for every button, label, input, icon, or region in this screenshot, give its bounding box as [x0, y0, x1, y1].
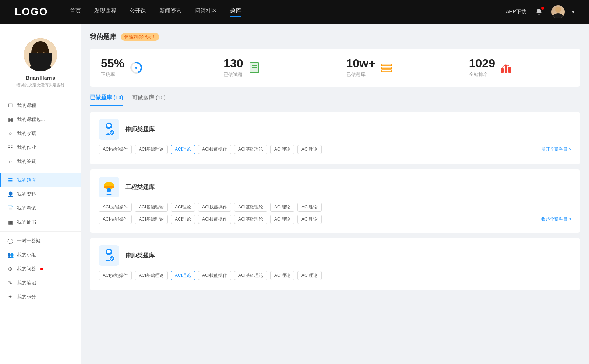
stat-ranking-text: 1029 全站排名: [469, 57, 495, 78]
tag-3-4[interactable]: ACI基础理论: [234, 271, 267, 280]
navbar: LOGO 首页 发现课程 公开课 新闻资讯 问答社区 题库 ··· APP下载 …: [0, 0, 589, 24]
1on1-icon: ◯: [7, 238, 13, 244]
tag-3-6[interactable]: ACI理论: [297, 271, 322, 280]
svg-rect-30: [104, 186, 114, 188]
active-indicator: [0, 173, 1, 187]
svg-point-6: [31, 46, 37, 60]
stat-ranking-value: 1029: [469, 57, 495, 69]
notification-bell[interactable]: [534, 7, 544, 17]
svg-point-4: [29, 61, 52, 71]
tag-2-5[interactable]: ACI理论: [270, 203, 294, 212]
sidebar-item-notes[interactable]: ✎ 我的笔记: [0, 276, 81, 290]
tag-1-3[interactable]: ACI技能操作: [198, 145, 231, 154]
tags-row-2b: ACI技能操作 ACI基础理论 ACI理论 ACI技能操作 ACI基础理论 AC…: [99, 215, 571, 224]
tag-1-5[interactable]: ACI理论: [270, 145, 294, 154]
svg-point-27: [107, 124, 111, 127]
tag-1-2[interactable]: ACI理论: [171, 145, 195, 154]
tag-2-3[interactable]: ACI技能操作: [198, 203, 231, 212]
tag-3-1[interactable]: ACI基础理论: [135, 271, 168, 280]
page-header: 我的题库 体验剩余23天！: [90, 32, 580, 41]
tag-2-6[interactable]: ACI理论: [297, 203, 322, 212]
app-download[interactable]: APP下载: [506, 8, 526, 15]
tag-2-2[interactable]: ACI理论: [171, 203, 195, 212]
points-icon: ✦: [7, 294, 13, 300]
sidebar-item-group[interactable]: 👥 我的小组: [0, 248, 81, 262]
exam-icon: 📄: [7, 205, 13, 211]
tab-done[interactable]: 已做题库 (10): [90, 94, 123, 106]
stat-ranking-label: 全站排名: [469, 71, 495, 78]
tag-1-1[interactable]: ACI基础理论: [135, 145, 168, 154]
tag-3-2[interactable]: ACI理论: [171, 271, 195, 280]
sidebar-divider-3: [0, 231, 81, 232]
qbank-title-1: 律师类题库: [125, 126, 155, 133]
tag-2b-1[interactable]: ACI基础理论: [135, 215, 168, 224]
nav-qa[interactable]: 问答社区: [195, 7, 217, 17]
page-title: 我的题库: [90, 32, 116, 41]
qbank-menu-icon: ☰: [7, 177, 13, 183]
tag-2-0[interactable]: ACI技能操作: [99, 203, 132, 212]
qbank-title-2: 工程类题库: [125, 183, 155, 191]
svg-rect-24: [508, 67, 511, 73]
sidebar-item-favorites[interactable]: ☆ 我的收藏: [0, 126, 81, 140]
qbank-icon-wrap-3: [99, 245, 119, 266]
main-content: 我的题库 体验剩余23天！ 55% 正确率 13: [81, 24, 589, 364]
logo: LOGO: [15, 6, 48, 18]
nav-qbank[interactable]: 题库: [230, 7, 241, 17]
qbank-card-lawyer-1: 律师类题库 ACI技能操作 ACI基础理论 ACI理论 ACI技能操作 ACI基…: [90, 112, 580, 164]
user-avatar[interactable]: [551, 5, 565, 18]
user-dropdown-arrow[interactable]: ▾: [572, 9, 574, 14]
sidebar-item-exam[interactable]: 📄 我的考试: [0, 201, 81, 215]
tag-1-6[interactable]: ACI理论: [297, 145, 322, 154]
sidebar-item-1on1[interactable]: ◯ 一对一答疑: [0, 234, 81, 248]
tag-2b-3[interactable]: ACI技能操作: [198, 215, 231, 224]
tag-2b-2[interactable]: ACI理论: [171, 215, 195, 224]
stat-banks-label: 已做题库: [346, 71, 375, 78]
sidebar-menu: ☐ 我的课程 ▦ 我的课程包... ☆ 我的收藏 ☷ 我的作业 ○ 我的答疑: [0, 99, 81, 311]
layout: Brian Harris 错误的决定比没有决定要好 ☐ 我的课程 ▦ 我的课程包…: [0, 24, 589, 364]
tag-3-3[interactable]: ACI技能操作: [198, 271, 231, 280]
tag-1-4[interactable]: ACI基础理论: [234, 145, 267, 154]
group-icon: 👥: [7, 252, 13, 258]
nav-open-course[interactable]: 公开课: [130, 7, 146, 17]
tag-2b-0[interactable]: ACI技能操作: [99, 215, 132, 224]
lawyer-icon-2: [101, 247, 117, 264]
avatar-image: [551, 5, 565, 18]
sidebar-item-cert[interactable]: ▣ 我的证书: [0, 215, 81, 229]
sidebar-item-my-qa[interactable]: ⊙ 我的问答: [0, 262, 81, 276]
tag-2b-4[interactable]: ACI基础理论: [234, 215, 267, 224]
sidebar-item-profile[interactable]: 👤 我的资料: [0, 187, 81, 201]
expand-btn-1[interactable]: 展开全部科目 >: [541, 145, 571, 154]
sidebar-item-points[interactable]: ✦ 我的积分: [0, 290, 81, 304]
qbank-header-1: 律师类题库: [99, 119, 571, 140]
sidebar-item-homework[interactable]: ☷ 我的作业: [0, 140, 81, 154]
tag-3-0[interactable]: ACI技能操作: [99, 271, 132, 280]
profile-icon: 👤: [7, 191, 13, 197]
tab-available[interactable]: 可做题库 (10): [132, 94, 166, 106]
lawyer-icon: [101, 121, 117, 138]
nav-more[interactable]: ···: [254, 7, 259, 17]
nav-home[interactable]: 首页: [70, 7, 81, 17]
navbar-right: APP下载 ▾: [506, 5, 574, 18]
tag-2-4[interactable]: ACI基础理论: [234, 203, 267, 212]
sidebar: Brian Harris 错误的决定比没有决定要好 ☐ 我的课程 ▦ 我的课程包…: [0, 24, 81, 364]
tag-2b-6[interactable]: ACI理论: [297, 215, 322, 224]
sidebar-item-my-courses[interactable]: ☐ 我的课程: [0, 99, 81, 113]
collapse-btn-2[interactable]: 收起全部科目 >: [541, 215, 571, 224]
tag-2-1[interactable]: ACI基础理论: [135, 203, 168, 212]
svg-rect-22: [501, 68, 504, 73]
svg-rect-21: [381, 70, 392, 72]
sidebar-item-qbank[interactable]: ☰ 我的题库: [0, 173, 81, 187]
svg-point-7: [44, 47, 49, 60]
svg-rect-23: [505, 65, 507, 73]
tag-3-5[interactable]: ACI理论: [270, 271, 294, 280]
tag-1-0[interactable]: ACI技能操作: [99, 145, 132, 154]
my-qa-icon: ⊙: [7, 266, 13, 272]
banks-list-icon: [381, 62, 392, 74]
sidebar-item-course-packages[interactable]: ▦ 我的课程包...: [0, 113, 81, 126]
sidebar-item-qa[interactable]: ○ 我的答疑: [0, 154, 81, 168]
nav-news[interactable]: 新闻资讯: [159, 7, 181, 17]
nav-discover[interactable]: 发现课程: [94, 7, 116, 17]
stat-questions-value: 130: [223, 57, 243, 69]
profile-avatar-svg: [24, 38, 57, 71]
tag-2b-5[interactable]: ACI理论: [270, 215, 294, 224]
